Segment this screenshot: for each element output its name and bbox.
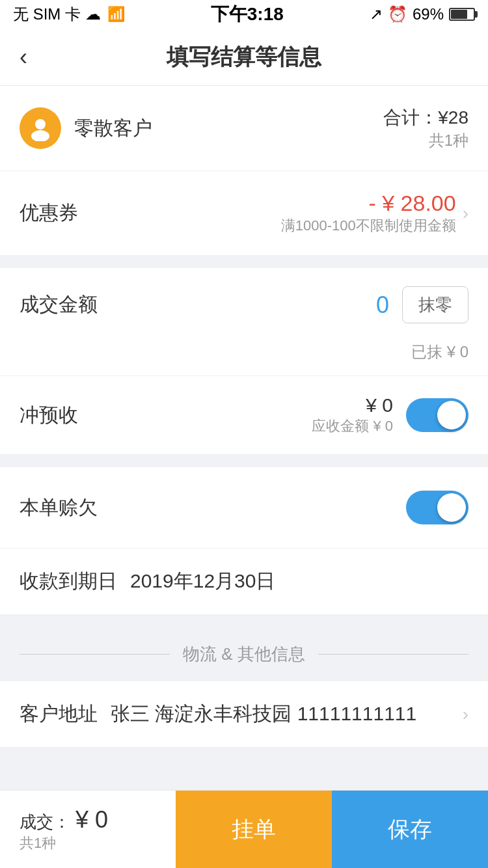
address-value: 张三 海淀永丰科技园 11111111111 <box>111 701 463 727</box>
battery-icon <box>449 8 475 21</box>
due-date-row[interactable]: 收款到期日 2019年12月30日 <box>0 548 488 614</box>
total-amount: 合计：¥28 <box>383 105 468 130</box>
status-time: 下午3:18 <box>211 2 284 27</box>
address-label: 客户地址 <box>20 701 98 727</box>
deal-amount-input[interactable]: 0 <box>363 292 389 319</box>
logistics-label: 物流 & 其他信息 <box>183 643 305 666</box>
debit-toggle[interactable] <box>406 491 468 524</box>
alarm-icon: ⏰ <box>388 5 407 23</box>
customer-section: 零散客户 合计：¥28 共1种 优惠券 - ¥ 28.00 满1000-100不… <box>0 86 488 255</box>
bottom-deal-row: 成交： ¥ 0 <box>20 806 156 834</box>
precollect-row: 冲预收 ¥ 0 应收金额 ¥ 0 <box>0 375 488 454</box>
nav-bar: ‹ 填写结算等信息 <box>0 29 488 86</box>
status-right: ↗ ⏰ 69% <box>370 5 475 23</box>
no-sim-label: 无 SIM 卡 ☁ <box>13 4 101 25</box>
deal-section: 成交金额 0 抹零 已抹 ¥ 0 冲预收 ¥ 0 应收金额 ¥ 0 <box>0 268 488 454</box>
due-date-label: 收款到期日 <box>20 568 117 595</box>
address-chevron-icon: › <box>463 704 468 725</box>
bottom-deal-count: 共1种 <box>20 834 156 853</box>
debit-row: 本单赊欠 <box>0 467 488 548</box>
customer-name: 零散客户 <box>74 115 152 142</box>
location-icon: ↗ <box>370 5 383 23</box>
svg-point-1 <box>31 130 49 141</box>
bottom-deal-amount: ¥ 0 <box>75 806 108 834</box>
debit-toggle-knob <box>437 493 466 522</box>
battery-percent: 69% <box>413 5 444 23</box>
bottom-left: 成交： ¥ 0 共1种 <box>0 806 176 853</box>
toggle-knob <box>437 401 466 429</box>
status-bar: 无 SIM 卡 ☁ 📶 下午3:18 ↗ ⏰ 69% <box>0 0 488 29</box>
customer-left: 零散客户 <box>20 107 152 149</box>
coupon-discount: - ¥ 28.00 <box>281 191 456 216</box>
divider-line-left <box>20 654 170 655</box>
hold-order-button[interactable]: 挂单 <box>176 791 332 869</box>
svg-point-0 <box>35 119 46 129</box>
save-button[interactable]: 保存 <box>332 791 488 869</box>
customer-avatar <box>20 107 61 149</box>
total-count: 共1种 <box>383 130 468 151</box>
customer-right: 合计：¥28 共1种 <box>383 105 468 151</box>
page-title: 填写结算等信息 <box>167 42 321 72</box>
debit-section: 本单赊欠 收款到期日 2019年12月30日 <box>0 467 488 614</box>
deal-amount-label: 成交金额 <box>20 292 98 318</box>
divider-line-right <box>318 654 468 655</box>
bottom-deal-label: 成交： <box>20 811 70 834</box>
bottom-bar: 成交： ¥ 0 共1种 挂单 保存 <box>0 790 488 868</box>
chevron-right-icon: › <box>463 203 468 224</box>
coupon-right: - ¥ 28.00 满1000-100不限制使用金额 › <box>281 191 468 236</box>
coupon-row[interactable]: 优惠券 - ¥ 28.00 满1000-100不限制使用金额 › <box>0 170 488 255</box>
address-row[interactable]: 客户地址 张三 海淀永丰科技园 11111111111 › <box>0 681 488 747</box>
status-left: 无 SIM 卡 ☁ 📶 <box>13 4 125 25</box>
precollect-amount-group: ¥ 0 应收金额 ¥ 0 <box>312 394 393 436</box>
customer-row: 零散客户 合计：¥28 共1种 <box>0 86 488 170</box>
back-button[interactable]: ‹ <box>20 44 59 71</box>
coupon-info: - ¥ 28.00 满1000-100不限制使用金额 <box>281 191 456 236</box>
precollect-label: 冲预收 <box>20 402 78 429</box>
due-date-value: 2019年12月30日 <box>130 568 275 595</box>
precollect-right: ¥ 0 应收金额 ¥ 0 <box>312 394 468 436</box>
precollect-toggle[interactable] <box>406 398 468 432</box>
logistics-divider: 物流 & 其他信息 <box>0 627 488 681</box>
coupon-description: 满1000-100不限制使用金额 <box>281 216 456 236</box>
content: 零散客户 合计：¥28 共1种 优惠券 - ¥ 28.00 满1000-100不… <box>0 86 488 845</box>
avatar-icon <box>27 115 53 141</box>
address-section: 客户地址 张三 海淀永丰科技园 11111111111 › <box>0 681 488 747</box>
deal-right: 0 抹零 <box>363 286 468 323</box>
coupon-label: 优惠券 <box>20 200 78 226</box>
precollect-amount: ¥ 0 <box>312 394 393 416</box>
deal-subtracted: 已抹 ¥ 0 <box>0 342 488 375</box>
precollect-receivable: 应收金额 ¥ 0 <box>312 416 393 436</box>
round-zero-button[interactable]: 抹零 <box>402 286 468 323</box>
deal-amount-row: 成交金额 0 抹零 <box>0 268 488 342</box>
debit-label: 本单赊欠 <box>20 495 98 521</box>
wifi-icon: 📶 <box>107 6 125 23</box>
